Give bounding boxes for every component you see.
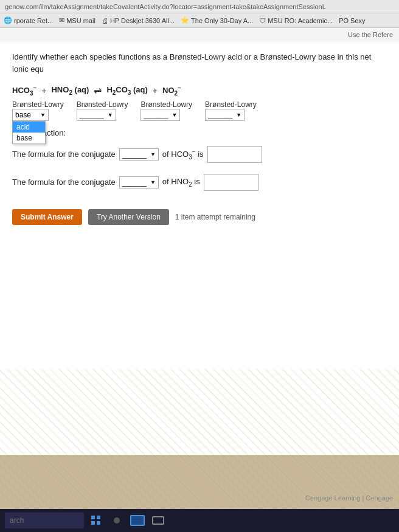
- page-footer: Cengage Learning | Cengage: [305, 494, 393, 502]
- dropdown-arrow-hco3: ▼: [40, 112, 46, 118]
- conjugate-row-2: The formula for the conjugate ______ ▼ o…: [12, 174, 387, 191]
- try-another-button[interactable]: Try Another Version: [88, 209, 169, 225]
- selector-no2[interactable]: ______ ▼: [205, 109, 245, 121]
- dropdown-menu-hco3: acid base: [12, 121, 46, 144]
- utility-text: Use the Refere: [348, 31, 393, 38]
- submit-button[interactable]: Submit Answer: [12, 209, 82, 225]
- bookmark-icon-mail: ✉: [59, 16, 64, 24]
- taskbar-search-input[interactable]: [5, 513, 84, 528]
- dropdown-arrow-hno2: ▼: [108, 112, 113, 118]
- equation-row: HCO3− + HNO2 (aq) ⇌ H2CO3 (aq) + NO2−: [12, 85, 387, 97]
- species-h2co3: H2CO3 (aq): [106, 85, 147, 96]
- conjugate1-answer-box[interactable]: [207, 146, 262, 163]
- conjugate1-of-text: of HCO3− is: [162, 148, 204, 161]
- plus-2: +: [153, 86, 158, 95]
- selector-hno2[interactable]: ______ ▼: [77, 109, 116, 121]
- bookmark-hp[interactable]: 🖨 HP Deskjet 3630 All...: [102, 17, 175, 24]
- browser-url-bar: genow.com/ilm/takeAssignment/takeCovalen…: [0, 0, 399, 13]
- window-icon: [152, 516, 164, 525]
- conjugate2-answer-box[interactable]: [204, 174, 258, 191]
- conjugate2-of-text: of HNO2 is: [162, 177, 200, 188]
- conjugate2-select[interactable]: ______ ▼: [119, 176, 159, 188]
- bookmark-icon-corporate: 🌐: [4, 16, 12, 24]
- bookmark-icon-hp: 🖨: [102, 17, 108, 24]
- url-text: genow.com/ilm/takeAssignment/takeCovalen…: [5, 3, 394, 10]
- bl-label-3: Brønsted-Lowry: [141, 100, 192, 109]
- option-acid[interactable]: acid: [13, 122, 45, 133]
- dropdown-hco3-container: base ▼ acid base: [12, 109, 49, 121]
- bl-label-4: Brønsted-Lowry: [205, 100, 257, 109]
- utility-bar: Use the Refere: [0, 28, 399, 41]
- windows-icon: [91, 516, 101, 525]
- bookmark-msu-ro[interactable]: 🛡 MSU RO: Academic...: [259, 17, 333, 24]
- bookmark-icon-30day: ⭐: [181, 16, 189, 24]
- selector-hco3[interactable]: base ▼: [12, 109, 49, 121]
- search-circle: [114, 517, 120, 523]
- bl-label-1: Brønsted-Lowry: [12, 100, 64, 109]
- bookmark-po[interactable]: PO Sexy: [339, 17, 365, 24]
- conjugate1-select[interactable]: ______ ▼: [119, 148, 159, 161]
- footer-text: Cengage Learning | Cengage: [305, 494, 393, 502]
- conjugate1-arrow: ▼: [150, 151, 156, 157]
- species-hco3: HCO3−: [12, 85, 36, 97]
- browser-icon: [130, 515, 145, 526]
- taskbar-window-icon[interactable]: [150, 512, 167, 529]
- bookmark-msu-mail[interactable]: ✉ MSU mail: [59, 16, 95, 24]
- selector-no2-value: ______: [208, 111, 236, 119]
- selector-row: Brønsted-Lowry base ▼ acid base Brønsted…: [12, 100, 387, 121]
- taskbar: [0, 509, 399, 532]
- dropdown-arrow-no2: ▼: [236, 112, 241, 118]
- taskbar-search-icon[interactable]: [108, 512, 125, 529]
- question-instruction: Identify whether each species functions …: [12, 51, 387, 75]
- bookmark-corporate[interactable]: 🌐 rporate Ret...: [4, 16, 53, 24]
- conjugate2-select-value: ______: [122, 178, 150, 187]
- selector-hco3-value: base: [15, 111, 40, 119]
- conjugate-row-1: The formula for the conjugate ______ ▼ o…: [12, 146, 387, 163]
- background-pattern: [0, 369, 399, 509]
- selector-group-h2co3: Brønsted-Lowry ______ ▼: [141, 100, 194, 121]
- attempt-text: 1 item attempt remaining: [175, 213, 255, 221]
- taskbar-windows-button[interactable]: [88, 512, 105, 529]
- selector-group-no2: Brønsted-Lowry ______ ▼: [205, 100, 258, 121]
- button-row: Submit Answer Try Another Version 1 item…: [12, 209, 387, 225]
- selector-group-hno2: Brønsted-Lowry ______ ▼: [77, 100, 130, 121]
- selector-hno2-value: ______: [80, 111, 108, 119]
- conjugate1-select-value: ______: [122, 150, 150, 159]
- bl-label-2: Brønsted-Lowry: [77, 100, 128, 109]
- dropdown-arrow-h2co3: ▼: [172, 112, 177, 118]
- bookmark-30day[interactable]: ⭐ The Only 30-Day A...: [181, 16, 253, 24]
- selector-h2co3[interactable]: ______ ▼: [141, 109, 180, 121]
- species-no2: NO2−: [162, 85, 181, 97]
- selector-h2co3-value: ______: [144, 111, 172, 119]
- bookmark-icon-msu-ro: 🛡: [259, 17, 266, 24]
- selector-group-hco3: Brønsted-Lowry base ▼ acid base: [12, 100, 66, 121]
- taskbar-browser-icon[interactable]: [129, 512, 146, 529]
- plus-1: +: [41, 86, 46, 95]
- conjugate2-text-before: The formula for the conjugate: [12, 178, 116, 187]
- species-hno2: HNO2 (aq): [51, 85, 89, 96]
- bookmarks-bar: 🌐 rporate Ret... ✉ MSU mail 🖨 HP Deskjet…: [0, 13, 399, 28]
- conjugate1-text-before: The formula for the conjugate: [12, 150, 116, 159]
- conjugate2-arrow: ▼: [150, 179, 156, 185]
- option-base[interactable]: base: [13, 133, 45, 143]
- equilibrium-arrow: ⇌: [94, 85, 102, 96]
- reaction-note: In this reaction:: [12, 128, 387, 137]
